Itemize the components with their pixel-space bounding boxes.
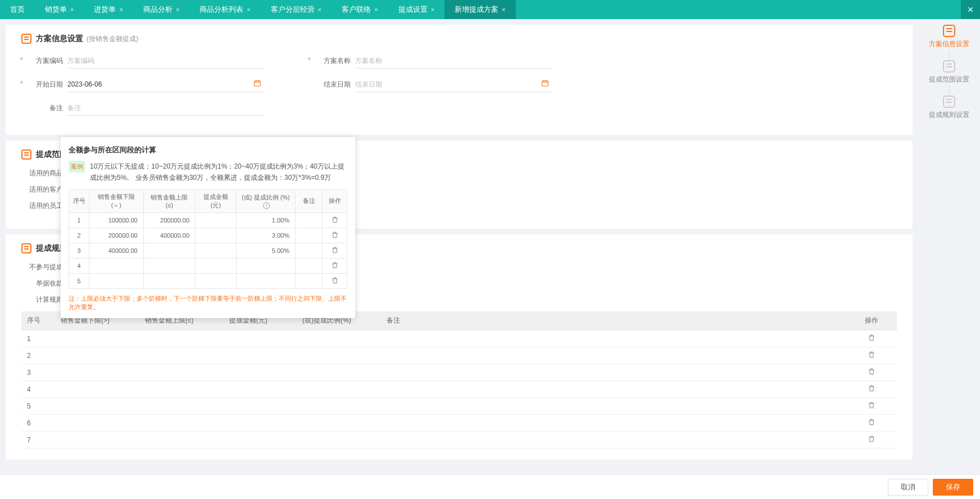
pcell-seq: 1 (69, 212, 89, 228)
cell-ratio[interactable] (297, 364, 381, 381)
tab-label: 客户分层经营 (271, 4, 315, 15)
pcell-amount (196, 273, 237, 288)
cell-amount[interactable] (224, 415, 297, 432)
tab-item[interactable]: 首页 (0, 0, 35, 19)
cell-amount[interactable] (224, 347, 297, 364)
anchor-label: 方案信息设置 (918, 39, 980, 49)
tab-item[interactable]: 提成设置× (388, 0, 444, 19)
trash-icon[interactable] (868, 384, 875, 392)
close-all-tabs-button[interactable]: × (961, 0, 980, 19)
cell-upper[interactable] (139, 381, 224, 398)
pcell-seq: 3 (69, 243, 89, 258)
trash-icon[interactable] (331, 246, 339, 254)
anchor-item[interactable]: 提成规则设置 (918, 96, 980, 120)
cell-ratio[interactable] (297, 432, 381, 448)
cell-ratio[interactable] (297, 330, 381, 347)
remark-input[interactable] (67, 100, 264, 116)
cell-remark[interactable] (381, 432, 846, 448)
tab-item[interactable]: 销货单× (35, 0, 84, 19)
tab-close-icon[interactable]: × (70, 6, 74, 13)
scope-customer-label: 适用的客户 (21, 185, 63, 194)
info-icon[interactable]: i (263, 202, 270, 209)
svg-rect-0 (255, 81, 261, 86)
plan-name-input[interactable] (355, 53, 552, 69)
cell-lower[interactable] (55, 415, 139, 432)
trash-icon[interactable] (868, 334, 875, 342)
cell-upper[interactable] (139, 415, 224, 432)
cell-amount[interactable] (224, 398, 297, 415)
tab-close-icon[interactable]: × (431, 6, 434, 13)
tab-bar: 首页销货单×进货单×商品分析×商品分析列表×客户分层经营×客户联络×提成设置×新… (0, 0, 980, 19)
tab-item[interactable]: 客户联络× (332, 0, 388, 19)
trash-icon[interactable] (331, 231, 339, 239)
cell-remark[interactable] (381, 381, 846, 398)
cell-lower[interactable] (55, 330, 139, 347)
tab-item[interactable]: 商品分析列表× (189, 0, 260, 19)
cell-remark[interactable] (381, 347, 846, 364)
cell-ratio[interactable] (297, 381, 381, 398)
tab-close-icon[interactable]: × (176, 6, 179, 13)
cell-amount[interactable] (224, 381, 297, 398)
calendar-icon[interactable] (253, 79, 262, 88)
table-row[interactable]: 3 (21, 364, 897, 381)
tab-close-icon[interactable]: × (119, 6, 122, 13)
pcell-ratio: 1.00% (236, 212, 295, 228)
tab-item[interactable]: 商品分析× (133, 0, 189, 19)
end-date-input[interactable] (355, 76, 552, 92)
cell-amount[interactable] (224, 364, 297, 381)
cancel-button[interactable]: 取消 (888, 479, 928, 496)
cell-remark[interactable] (381, 415, 846, 432)
pth-amount: 提成金额 (元) (196, 189, 237, 212)
table-row[interactable]: 6 (21, 415, 897, 432)
tab-close-icon[interactable]: × (318, 6, 321, 13)
save-button[interactable]: 保存 (933, 479, 973, 496)
cell-upper[interactable] (139, 347, 224, 364)
section-icon (21, 34, 31, 44)
tab-close-icon[interactable]: × (502, 6, 505, 13)
cell-lower[interactable] (55, 398, 139, 415)
cell-amount[interactable] (224, 432, 297, 448)
tab-item[interactable]: 新增提成方案× (444, 0, 515, 19)
start-date-input[interactable] (67, 76, 264, 92)
cell-remark[interactable] (381, 330, 846, 347)
trash-icon[interactable] (868, 351, 875, 359)
cell-lower[interactable] (55, 432, 139, 448)
anchor-item[interactable]: 方案信息设置 (918, 25, 980, 49)
cell-ratio[interactable] (297, 347, 381, 364)
tab-item[interactable]: 客户分层经营× (261, 0, 332, 19)
cell-lower[interactable] (55, 347, 139, 364)
anchor-item[interactable]: 提成范围设置 (918, 60, 980, 84)
trash-icon[interactable] (331, 216, 339, 224)
table-row[interactable]: 1 (21, 330, 897, 347)
cell-ratio[interactable] (297, 398, 381, 415)
tab-close-icon[interactable]: × (247, 6, 250, 13)
cell-upper[interactable] (139, 364, 224, 381)
trash-icon[interactable] (868, 401, 875, 409)
cell-amount[interactable] (224, 330, 297, 347)
cell-lower[interactable] (55, 364, 139, 381)
cell-upper[interactable] (139, 432, 224, 448)
cell-remark[interactable] (381, 398, 846, 415)
tab-label: 首页 (10, 4, 25, 15)
table-row[interactable]: 4 (21, 381, 897, 398)
pcell-lower (89, 273, 144, 288)
cell-ratio[interactable] (297, 415, 381, 432)
trash-icon[interactable] (331, 276, 339, 284)
table-row[interactable]: 2 (21, 347, 897, 364)
calendar-icon[interactable] (541, 79, 550, 88)
tab-close-icon[interactable]: × (374, 6, 378, 13)
trash-icon[interactable] (331, 261, 339, 269)
plan-code-input[interactable] (67, 53, 264, 69)
trash-icon[interactable] (868, 368, 875, 375)
cell-upper[interactable] (139, 330, 224, 347)
cell-remark[interactable] (381, 364, 846, 381)
tab-item[interactable]: 进货单× (84, 0, 133, 19)
pcell-amount (196, 243, 237, 258)
tab-label: 进货单 (94, 4, 116, 15)
cell-lower[interactable] (55, 381, 139, 398)
table-row[interactable]: 7 (21, 432, 897, 448)
cell-upper[interactable] (139, 398, 224, 415)
trash-icon[interactable] (868, 435, 875, 443)
table-row[interactable]: 5 (21, 398, 897, 415)
trash-icon[interactable] (868, 418, 875, 426)
